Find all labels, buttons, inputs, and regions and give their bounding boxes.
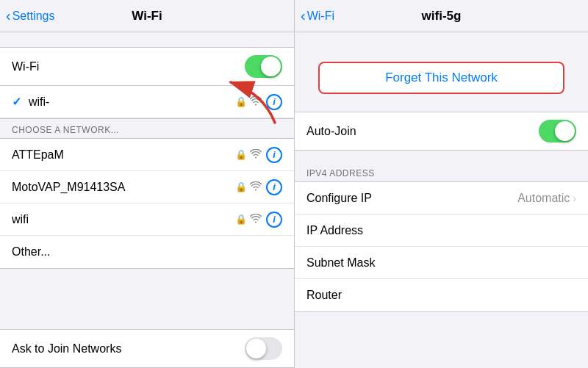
lock-icon: 🔒 [235, 96, 247, 107]
lock-icon: 🔒 [235, 214, 247, 225]
network-name: MotoVAP_M91413SA [12, 181, 235, 194]
back-label: Settings [12, 10, 55, 23]
configure-ip-label: Configure IP [306, 192, 517, 205]
back-chevron-icon: ‹ [301, 8, 306, 23]
back-chevron-icon: ‹ [6, 8, 11, 23]
left-bottom-section: Ask to Join Networks [0, 329, 294, 368]
router-row[interactable]: Router [295, 279, 588, 311]
network-other: Other... [12, 245, 282, 259]
subnet-mask-row[interactable]: Subnet Mask [295, 247, 588, 279]
network-name: wifi [12, 213, 235, 226]
settings-back-button[interactable]: ‹ Settings [6, 9, 54, 23]
connected-network-row[interactable]: ✓ wifi- 🔒 i [0, 86, 294, 118]
configure-ip-row[interactable]: Configure IP Automatic › [295, 182, 588, 214]
info-icon[interactable]: i [266, 94, 282, 110]
toggle-thumb [555, 121, 575, 141]
ipv4-section-header: IPV4 ADDRESS [295, 164, 588, 181]
auto-join-toggle[interactable] [539, 120, 576, 142]
subnet-mask-label: Subnet Mask [306, 256, 576, 270]
wifi-toggle[interactable] [245, 55, 282, 78]
networks-list: ATTEpaM 🔒 i MotoVAP_M91413SA 🔒 [0, 138, 294, 269]
wifi-toggle-row: Wi-Fi [0, 48, 294, 85]
right-nav-title: wifi-5g [422, 9, 462, 24]
left-panel: ‹ Settings Wi-Fi Wi-Fi ✓ wifi- 🔒 [0, 0, 294, 368]
info-icon[interactable]: i [266, 147, 282, 163]
info-icon[interactable]: i [266, 179, 282, 195]
ip-address-row[interactable]: IP Address [295, 214, 588, 247]
lock-icon: 🔒 [235, 149, 247, 160]
toggle-thumb [261, 57, 281, 76]
toggle-thumb [246, 339, 266, 358]
wifi-back-button[interactable]: ‹ Wi-Fi [301, 9, 334, 23]
network-name: ATTEpaM [12, 148, 235, 162]
back-label: Wi-Fi [307, 10, 334, 23]
ip-address-label: IP Address [306, 224, 576, 237]
wifi-signal-icon [250, 149, 262, 161]
wifi-signal-icon [250, 96, 262, 108]
wifi-signal-icon [250, 214, 262, 226]
auto-join-label: Auto-Join [306, 125, 539, 138]
left-nav-title: Wi-Fi [132, 9, 162, 24]
connected-network-name: wifi- [29, 95, 235, 109]
wifi-label: Wi-Fi [12, 60, 245, 73]
router-label: Router [306, 289, 576, 302]
info-icon[interactable]: i [266, 212, 282, 228]
auto-join-row: Auto-Join [295, 112, 588, 150]
list-item[interactable]: wifi 🔒 i [0, 203, 294, 236]
checkmark-icon: ✓ [12, 95, 21, 109]
right-nav-bar: ‹ Wi-Fi wifi-5g [295, 0, 588, 32]
chevron-right-icon: › [573, 192, 576, 204]
list-item[interactable]: Other... [0, 236, 294, 268]
list-item[interactable]: ATTEpaM 🔒 i [0, 139, 294, 171]
left-nav-bar: ‹ Settings Wi-Fi [0, 0, 294, 32]
lock-icon: 🔒 [235, 181, 247, 192]
ask-to-join-label: Ask to Join Networks [12, 342, 245, 356]
wifi-signal-icon [250, 181, 262, 193]
forget-network-label: Forget This Network [385, 71, 498, 85]
right-panel: ‹ Wi-Fi wifi-5g Forget This Network Auto… [294, 0, 588, 368]
choose-network-header: CHOOSE A NETWORK... [0, 119, 294, 138]
list-item[interactable]: MotoVAP_M91413SA 🔒 i [0, 171, 294, 203]
ask-to-join-toggle[interactable] [245, 337, 282, 360]
ask-to-join-row: Ask to Join Networks [0, 329, 294, 368]
configure-ip-value: Automatic [517, 192, 570, 205]
forget-network-button[interactable]: Forget This Network [318, 62, 564, 94]
